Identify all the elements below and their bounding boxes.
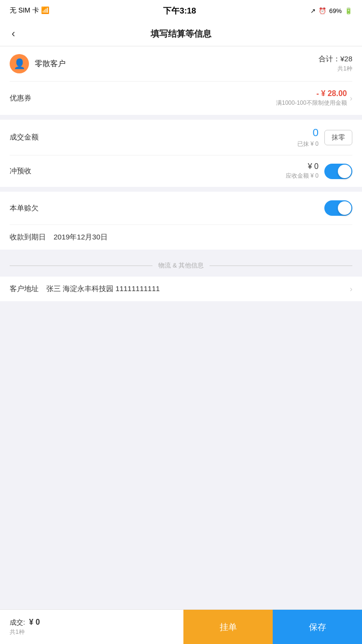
customer-name: 零散客户 <box>35 59 66 69</box>
bottom-deal-label: 成交: <box>10 618 25 626</box>
deal-amount-card: 成交金额 0 已抹 ¥ 0 抹零 冲预收 ¥ 0 应收金额 ¥ 0 <box>0 120 362 187</box>
status-left: 无 SIM 卡 📶 <box>10 6 49 15</box>
status-right: ↗ ⏰ 69% 🔋 <box>310 7 352 14</box>
deal-amount-sub: 已抹 ¥ 0 <box>297 140 319 148</box>
pre-receive-label: 冲预收 <box>10 167 31 176</box>
address-label: 客户地址 <box>10 284 39 294</box>
avatar: 👤 <box>10 54 29 73</box>
customer-total: 合计：¥28 <box>319 55 352 64</box>
pre-receive-row: 冲预收 ¥ 0 应收金额 ¥ 0 <box>0 155 362 187</box>
address-value: 张三 海淀永丰科技园 11111111111 <box>46 284 350 294</box>
status-bar: 无 SIM 卡 📶 下午3:18 ↗ ⏰ 69% 🔋 <box>0 0 362 21</box>
alarm-icon: ⏰ <box>319 7 326 14</box>
page-title: 填写结算等信息 <box>151 28 211 40</box>
bottom-deal-amount: ¥ 0 <box>29 618 40 626</box>
credit-label: 本单赊欠 <box>10 204 39 213</box>
section-divider-text: 物流 & 其他信息 <box>158 261 204 270</box>
divider-line-left <box>10 266 153 266</box>
pre-receive-toggle[interactable] <box>324 164 352 179</box>
back-button[interactable]: ‹ <box>8 24 19 44</box>
due-date-label: 收款到期日 <box>10 233 46 242</box>
address-row[interactable]: 客户地址 张三 海淀永丰科技园 11111111111 › <box>0 277 362 301</box>
sim-status: 无 SIM 卡 📶 <box>10 6 49 15</box>
divider-line-right <box>209 266 352 266</box>
pre-receive-values: ¥ 0 应收金额 ¥ 0 <box>286 162 319 180</box>
due-date-value: 2019年12月30日 <box>54 233 108 242</box>
main-content: 👤 零散客户 合计：¥28 共1种 优惠券 - ¥ 28.00 满1000-10… <box>0 46 362 345</box>
customer-count: 共1种 <box>319 65 352 73</box>
deal-amount-label: 成交金额 <box>10 133 39 142</box>
customer-card: 👤 零散客户 合计：¥28 共1种 优惠券 - ¥ 28.00 满1000-10… <box>0 46 362 115</box>
address-card: 客户地址 张三 海淀永丰科技园 11111111111 › <box>0 277 362 301</box>
due-date-row: 收款到期日 2019年12月30日 <box>0 225 362 250</box>
deal-amount-right: 0 已抹 ¥ 0 抹零 <box>297 126 352 148</box>
location-icon: ↗ <box>310 7 316 14</box>
pre-receive-right: ¥ 0 应收金额 ¥ 0 <box>286 162 352 180</box>
credit-toggle-knob <box>338 201 351 215</box>
customer-row: 👤 零散客户 合计：¥28 共1种 <box>0 46 362 81</box>
pre-receive-sub-value: 应收金额 ¥ 0 <box>286 172 319 180</box>
coupon-row[interactable]: 优惠券 - ¥ 28.00 满1000-100不限制使用金额 › <box>0 82 362 115</box>
coupon-label: 优惠券 <box>10 94 31 103</box>
deal-amount-values: 0 已抹 ¥ 0 <box>297 126 319 148</box>
bottom-summary: 成交: ¥ 0 共1种 <box>0 618 183 636</box>
battery-level: 69% <box>329 7 342 14</box>
coupon-desc: 满1000-100不限制使用金额 <box>276 99 347 107</box>
status-time: 下午3:18 <box>163 5 196 16</box>
customer-left: 👤 零散客户 <box>10 54 66 73</box>
credit-row: 本单赊欠 <box>0 192 362 224</box>
bottom-deal-row: 成交: ¥ 0 <box>10 618 174 627</box>
round-button[interactable]: 抹零 <box>324 130 352 145</box>
toggle-knob <box>338 165 351 178</box>
bottom-count: 共1种 <box>10 628 174 636</box>
address-chevron-icon: › <box>350 285 352 294</box>
credit-card: 本单赊欠 收款到期日 2019年12月30日 <box>0 192 362 250</box>
customer-right: 合计：¥28 共1种 <box>319 55 352 73</box>
avatar-icon: 👤 <box>14 58 26 70</box>
credit-toggle[interactable] <box>324 200 352 216</box>
logistics-section-divider: 物流 & 其他信息 <box>0 254 362 277</box>
deal-amount-row: 成交金额 0 已抹 ¥ 0 抹零 <box>0 120 362 155</box>
hang-order-button[interactable]: 挂单 <box>183 610 273 644</box>
save-button[interactable]: 保存 <box>273 610 362 644</box>
deal-amount-value[interactable]: 0 <box>297 126 319 139</box>
battery-icon: 🔋 <box>345 7 352 14</box>
pre-receive-main-value: ¥ 0 <box>286 162 319 171</box>
coupon-amount: - ¥ 28.00 <box>276 89 347 98</box>
coupon-right: - ¥ 28.00 满1000-100不限制使用金额 › <box>276 89 352 107</box>
nav-bar: ‹ 填写结算等信息 <box>0 21 362 46</box>
bottom-bar: 成交: ¥ 0 共1种 挂单 保存 <box>0 609 362 644</box>
chevron-right-icon: › <box>350 94 352 103</box>
coupon-values: - ¥ 28.00 满1000-100不限制使用金额 <box>276 89 347 107</box>
